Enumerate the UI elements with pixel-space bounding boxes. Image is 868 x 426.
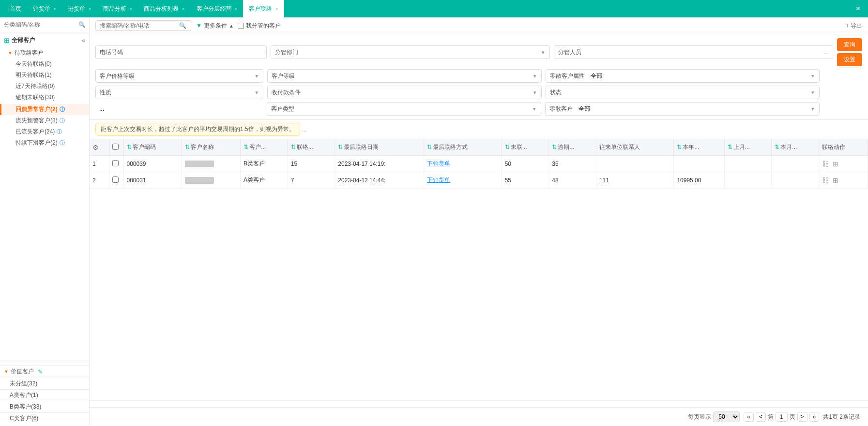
- person-field[interactable]: 分管人员 ...: [554, 45, 833, 59]
- col-last-contact-date-header[interactable]: ⇅最后联络日期: [335, 139, 424, 156]
- status-field[interactable]: 状态 ▼: [546, 86, 820, 99]
- close-sales-order-icon[interactable]: ×: [53, 6, 56, 12]
- edit-value-icon[interactable]: ✎: [38, 368, 43, 375]
- payment-dropdown-icon: ▼: [533, 90, 537, 95]
- tree-item-today-contact[interactable]: 今天待联络(0): [0, 59, 89, 70]
- first-page-button[interactable]: «: [744, 412, 754, 422]
- tree-item-repurchase-anomaly[interactable]: 回购异常客户(2) ⓘ: [0, 104, 89, 115]
- price-level-field[interactable]: 客户价格等级 ▼: [95, 69, 263, 83]
- sidebar-search-input[interactable]: [4, 21, 76, 28]
- cell-current-month: [772, 172, 819, 189]
- action-grid-icon-1[interactable]: ⊞: [833, 176, 838, 184]
- nav-purchase-order[interactable]: 进货单 ×: [62, 0, 97, 17]
- tree-item-7day-contact[interactable]: 近7天待联络(0): [0, 81, 89, 92]
- close-customer-stratification-icon[interactable]: ×: [234, 6, 237, 12]
- tree-item-b-class[interactable]: B类客户(33): [0, 401, 89, 412]
- action-link-icon-1[interactable]: ⛓: [822, 176, 829, 184]
- retail-attr-field[interactable]: 零散客户属性 全部 ▼: [546, 69, 820, 83]
- export-button[interactable]: ↑ 导出: [846, 22, 862, 30]
- nav-customer-stratification[interactable]: 客户分层经营 ×: [191, 0, 243, 17]
- cell-current-month: [772, 156, 819, 172]
- collapse-sidebar-icon[interactable]: «: [82, 37, 85, 44]
- phone-field[interactable]: 电话号码: [95, 45, 267, 59]
- close-product-analysis-icon[interactable]: ×: [129, 6, 132, 12]
- gender-field[interactable]: 性质 ▼: [95, 86, 263, 99]
- col-unit-contacts-header[interactable]: 往来单位联系人: [596, 139, 673, 156]
- tree-section-waiting-contact: ▼ 待联络客户 今天待联络(0) 明天待联络(1) 近7天待联络(0) 逾期未联…: [0, 46, 89, 104]
- col-customer-code-header[interactable]: ⇅客户编码: [123, 139, 182, 156]
- select-all-checkbox[interactable]: [112, 144, 119, 150]
- cell-actions: ⛓ ⊞: [819, 156, 868, 172]
- my-customers-checkbox[interactable]: [238, 23, 244, 29]
- action-grid-icon-0[interactable]: ⊞: [833, 160, 838, 168]
- col-uncontacted-header[interactable]: ⇅未联...: [502, 139, 549, 156]
- tree-item-unclassified[interactable]: 未分组(32): [0, 378, 89, 389]
- sidebar-search-icon[interactable]: 🔍: [78, 21, 86, 28]
- tree-root-all-customers[interactable]: ⊞ 全部客户 «: [0, 34, 89, 46]
- retail-customer-field[interactable]: 零散客户 全部 ▼: [545, 102, 820, 116]
- close-product-analysis-list-icon[interactable]: ×: [182, 6, 184, 12]
- export-icon: ↑: [846, 22, 849, 29]
- last-method-link[interactable]: 下销货单: [427, 176, 450, 183]
- prev-page-button[interactable]: <: [756, 412, 766, 422]
- table-settings-icon[interactable]: ⚙: [92, 144, 99, 151]
- query-button[interactable]: 查询: [837, 38, 862, 51]
- info-icon-lost[interactable]: ⓘ: [57, 128, 62, 135]
- col-contact-count-header[interactable]: ⇅联络...: [288, 139, 335, 156]
- col-current-year-header[interactable]: ⇅本年...: [674, 139, 724, 156]
- sidebar-search-area: 🔍: [0, 17, 89, 32]
- col-overdue-header[interactable]: ⇅逾期...: [549, 139, 596, 156]
- tree-section-waiting-contact-title[interactable]: ▼ 待联络客户: [0, 47, 89, 59]
- tree-item-declining-customers[interactable]: 持续下滑客户(2) ⓘ: [0, 137, 89, 148]
- tree-item-loss-warning[interactable]: 流失预警客户(3) ⓘ: [0, 115, 89, 126]
- info-icon-repurchase[interactable]: ⓘ: [60, 106, 65, 113]
- row-checkbox-0[interactable]: [112, 160, 119, 166]
- nav-home[interactable]: 首页: [4, 0, 27, 17]
- close-customer-contact-icon[interactable]: ×: [275, 6, 278, 12]
- last-page-button[interactable]: »: [809, 412, 820, 422]
- action-link-icon-0[interactable]: ⛓: [822, 160, 829, 168]
- cell-index: 2: [90, 172, 109, 189]
- nav-sales-order[interactable]: 销货单 ×: [27, 0, 62, 17]
- row-checkbox-1[interactable]: [112, 176, 119, 183]
- sidebar-tree: ⊞ 全部客户 « ▼ 待联络客户 今天待联络(0) 明天待联络(1) 近7天待联…: [0, 32, 89, 363]
- row4-dots[interactable]: ...: [99, 105, 104, 112]
- col-customer-type-header[interactable]: ⇅客户...: [241, 139, 288, 156]
- col-current-month-header[interactable]: ⇅本月...: [772, 139, 819, 156]
- dept-field[interactable]: 分管部门 ▼: [271, 45, 550, 59]
- window-close-button[interactable]: ×: [852, 4, 864, 13]
- cell-current-year: [674, 156, 724, 172]
- nav-customer-contact[interactable]: 客户联络 ×: [243, 0, 284, 17]
- close-purchase-order-icon[interactable]: ×: [88, 6, 91, 12]
- customer-level-field[interactable]: 客户等级 ▼: [267, 69, 541, 83]
- page-size-select[interactable]: 50 100 200: [713, 411, 740, 422]
- sort-type-icon: ⇅: [244, 144, 248, 150]
- search-input[interactable]: [100, 22, 177, 29]
- customer-type-field[interactable]: 客户类型 ▼: [267, 102, 541, 116]
- nav-product-analysis[interactable]: 商品分析 ×: [97, 0, 138, 17]
- tree-item-tomorrow-contact[interactable]: 明天待联络(1): [0, 70, 89, 81]
- settings-button[interactable]: 设置: [837, 53, 862, 66]
- col-last-contact-method-header[interactable]: ⇅最后联络方式: [424, 139, 502, 156]
- tree-item-overdue-contact[interactable]: 逾期未联络(30): [0, 92, 89, 103]
- next-page-button[interactable]: >: [797, 412, 807, 422]
- payment-field[interactable]: 收付款条件 ▼: [267, 86, 541, 99]
- info-icon-declining[interactable]: ⓘ: [60, 139, 65, 147]
- tree-item-c-class[interactable]: C类客户(6): [0, 412, 89, 424]
- info-icon-loss-warning[interactable]: ⓘ: [60, 117, 65, 124]
- person-dots-icon[interactable]: ...: [824, 49, 829, 56]
- col-last-month-header[interactable]: ⇅上月...: [724, 139, 772, 156]
- left-sidebar: 🔍 ⊞ 全部客户 « ▼ 待联络客户 今天待联络(0) 明天待联络(1) 近7天…: [0, 17, 90, 426]
- tooltip-more-dots[interactable]: ...: [302, 126, 307, 133]
- retail-customer-dropdown-icon: ▼: [810, 106, 815, 112]
- last-method-link[interactable]: 下销货单: [427, 160, 450, 167]
- more-conditions-button[interactable]: ▼ 更多条件 ▲: [196, 22, 234, 30]
- tree-section-value-customers-title[interactable]: ▼ 价值客户 ✎: [0, 365, 89, 378]
- tree-item-lost-customers[interactable]: 已流失客户(24) ⓘ: [0, 126, 89, 137]
- nav-product-analysis-list[interactable]: 商品分析列表 ×: [138, 0, 190, 17]
- search-icon[interactable]: 🔍: [179, 22, 186, 29]
- tree-item-a-class[interactable]: A类客户(1): [0, 389, 89, 401]
- horizontal-scrollbar[interactable]: [90, 400, 868, 407]
- cell-contact-count: 15: [288, 156, 335, 172]
- col-customer-name-header[interactable]: ⇅客户名称: [182, 139, 241, 156]
